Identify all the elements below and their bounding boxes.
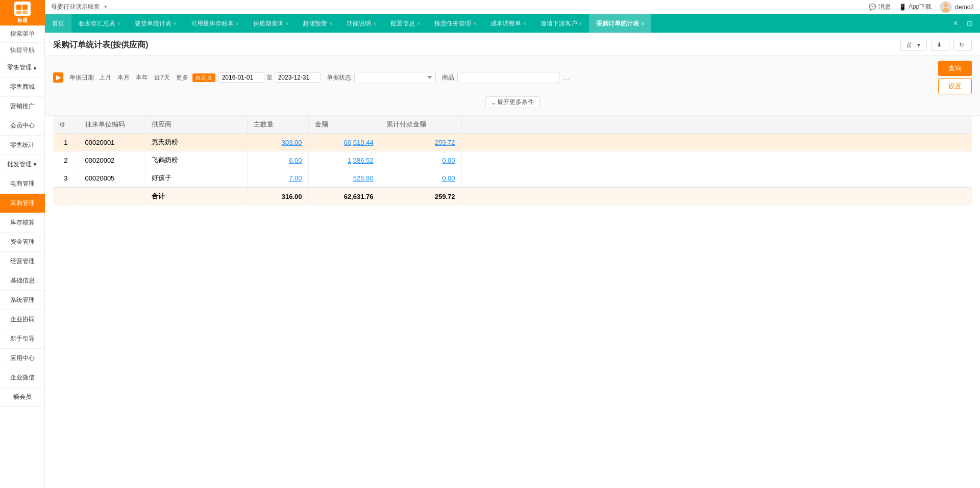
sidebar-item-wholesale[interactable]: 批发管理▼ bbox=[0, 155, 45, 174]
row-extra bbox=[461, 134, 972, 151]
nav-tab-function[interactable]: 功能说明 × bbox=[339, 14, 383, 33]
date-start-input[interactable] bbox=[218, 72, 264, 83]
sidebar-item-business[interactable]: 经营管理 bbox=[0, 252, 45, 271]
qty-link2[interactable]: 6.00 bbox=[289, 157, 302, 164]
settings-btn[interactable]: 设置 bbox=[938, 78, 972, 94]
export-icon: ⬇ bbox=[937, 41, 942, 48]
data-table: ⚙ 往来单位编码 供应商 主数量 金额 累计付款金额 1 00020001 bbox=[53, 116, 972, 206]
topbar: 母婴行业演示账套 ▼ 💬 消息 📱 App下载 demo2 bbox=[45, 0, 980, 14]
sidebar-item-basic[interactable]: 基础信息 bbox=[0, 271, 45, 291]
message-btn[interactable]: 💬 消息 bbox=[869, 3, 891, 11]
sidebar-item-retail-stats[interactable]: 零售统计 bbox=[0, 136, 45, 155]
query-settings: 查询 设置 bbox=[938, 61, 972, 94]
workspace-dropdown-icon[interactable]: ▼ bbox=[103, 4, 108, 10]
table-row[interactable]: 2 00020002 飞鹤奶粉 6.00 1,586.52 0.00 bbox=[53, 151, 972, 169]
sidebar-item-retail-mgmt[interactable]: 零售管理▲ bbox=[0, 58, 45, 78]
shortcut-7days[interactable]: 近7天 bbox=[152, 72, 172, 83]
qty-link[interactable]: 303.00 bbox=[282, 139, 302, 146]
sidebar-item-purchase[interactable]: 采购管理 bbox=[0, 194, 45, 213]
sidebar-item-marketing[interactable]: 营销推广 bbox=[0, 97, 45, 116]
nav-tab-receive-summary[interactable]: 收发存汇总表 × bbox=[71, 14, 128, 33]
refresh-btn[interactable]: ↻ bbox=[953, 39, 972, 51]
close-purchase-summary-icon[interactable]: × bbox=[641, 21, 644, 27]
expand-more-btn[interactable]: ⌄ 展开更多条件 bbox=[485, 96, 540, 108]
sidebar-item-enterprise[interactable]: 企业协同 bbox=[0, 310, 45, 329]
row-supplier: 惠氏奶粉 bbox=[145, 134, 247, 151]
qty-link3[interactable]: 7.00 bbox=[289, 174, 302, 182]
col-paid-header: 累计付款金额 bbox=[380, 116, 461, 134]
nav-tab-picking[interactable]: 拣货任务管理 × bbox=[427, 14, 483, 33]
sidebar-item-ecommerce[interactable]: 电商管理 bbox=[0, 174, 45, 194]
print-dropdown-icon[interactable]: ▼ bbox=[916, 42, 921, 48]
close-usable-inventory-icon[interactable]: × bbox=[236, 21, 239, 27]
nav-tab-config[interactable]: 配置信息 × bbox=[383, 14, 427, 33]
nav-tab-home[interactable]: 首页 bbox=[45, 14, 71, 33]
close-function-icon[interactable]: × bbox=[373, 21, 376, 27]
col-settings-header: ⚙ bbox=[53, 116, 79, 134]
workspace-selector[interactable]: 母婴行业演示账套 ▼ bbox=[51, 3, 108, 11]
paid-link2[interactable]: 0.00 bbox=[442, 157, 455, 164]
close-cost-icon[interactable]: × bbox=[523, 21, 526, 27]
paid-link3[interactable]: 0.00 bbox=[442, 174, 455, 182]
table-header: ⚙ 往来单位编码 供应商 主数量 金额 累计付款金额 bbox=[53, 116, 972, 134]
nav-tab-purchase-summary[interactable]: 采购订单统计表 × bbox=[589, 14, 651, 33]
expand-more-icon: ⌄ bbox=[491, 99, 496, 106]
date-shortcuts: 上月 本月 本年 近7天 更多 自定义 bbox=[97, 72, 215, 83]
table-row[interactable]: 3 00020005 好孩子 7.00 525.80 0.00 bbox=[53, 169, 972, 188]
sidebar-item-member[interactable]: 会员中心 bbox=[0, 116, 45, 136]
shortcut-last-month[interactable]: 上月 bbox=[97, 72, 113, 83]
sidebar-item-inventory[interactable]: 库存核算 bbox=[0, 213, 45, 233]
col-supplier-header: 供应商 bbox=[145, 116, 247, 134]
svg-point-5 bbox=[942, 8, 949, 12]
shortcut-this-year[interactable]: 本年 bbox=[134, 72, 150, 83]
col-extra-header bbox=[461, 116, 972, 134]
nav-tab-overstock[interactable]: 超储预警 × bbox=[296, 14, 339, 33]
goods-more-icon[interactable]: … bbox=[562, 73, 570, 82]
sidebar-shortcut[interactable]: 快捷导航 bbox=[0, 43, 45, 58]
message-label: 消息 bbox=[878, 3, 891, 11]
sidebar-item-system[interactable]: 系统管理 bbox=[0, 291, 45, 310]
nav-tab-expiry[interactable]: 保质期查询 × bbox=[246, 14, 296, 33]
date-end-input[interactable] bbox=[275, 72, 321, 83]
sidebar-item-retail-mall[interactable]: 零售商城 bbox=[0, 78, 45, 97]
shortcut-more[interactable]: 更多 bbox=[174, 72, 190, 83]
sidebar-item-enterprisewx[interactable]: 企业微信 bbox=[0, 368, 45, 388]
nav-tab-cost[interactable]: 成本调整单 × bbox=[483, 14, 533, 33]
table-row[interactable]: 1 00020001 惠氏奶粉 303.00 60,519.44 259.72 bbox=[53, 134, 972, 151]
close-order-summary-icon[interactable]: × bbox=[174, 21, 177, 27]
nav-tab-order-summary[interactable]: 要货单统计表 × bbox=[128, 14, 184, 33]
user-menu[interactable]: demo2 bbox=[940, 1, 974, 13]
amount-link3[interactable]: 525.80 bbox=[353, 174, 374, 182]
username: demo2 bbox=[955, 4, 974, 11]
export-btn[interactable]: ⬇ bbox=[931, 39, 949, 51]
goods-input[interactable] bbox=[457, 72, 559, 83]
close-expiry-icon[interactable]: × bbox=[286, 21, 289, 27]
sidebar-item-vip[interactable]: 畅会员 bbox=[0, 388, 45, 407]
shortcut-this-month[interactable]: 本月 bbox=[115, 72, 132, 83]
sidebar-item-appcenter[interactable]: 应用中心 bbox=[0, 349, 45, 368]
nav-tab-usable-inventory[interactable]: 可用量库存账本 × bbox=[184, 14, 246, 33]
close-picking-icon[interactable]: × bbox=[473, 21, 476, 27]
expand-filter-btn[interactable]: ▶ bbox=[53, 72, 63, 83]
close-overstock-icon[interactable]: × bbox=[329, 21, 332, 27]
close-tab-btn[interactable]: × bbox=[949, 17, 962, 30]
paid-link[interactable]: 259.72 bbox=[435, 139, 455, 146]
app-label: 标题 bbox=[17, 17, 28, 24]
query-btn[interactable]: 查询 bbox=[938, 61, 972, 76]
sidebar-search[interactable]: 搜索菜单 bbox=[0, 25, 45, 43]
print-btn[interactable]: 🖨 ▼ bbox=[900, 39, 927, 51]
nav-tab-invite[interactable]: 邀请下游客户 × bbox=[533, 14, 590, 33]
close-receive-summary-icon[interactable]: × bbox=[117, 21, 120, 27]
close-config-icon[interactable]: × bbox=[417, 21, 420, 27]
amount-link2[interactable]: 1,586.52 bbox=[348, 157, 374, 164]
col-settings-icon[interactable]: ⚙ bbox=[59, 121, 65, 129]
amount-link[interactable]: 60,519.44 bbox=[344, 139, 374, 146]
close-invite-icon[interactable]: × bbox=[579, 21, 582, 27]
custom-date-badge[interactable]: 自定义 bbox=[192, 73, 215, 82]
sidebar-item-newguide[interactable]: 新手引导 bbox=[0, 329, 45, 349]
filter-bar: ▶ 单据日期 上月 本月 本年 近7天 更多 自定义 至 bbox=[45, 56, 980, 116]
status-select[interactable] bbox=[354, 72, 436, 83]
app-download-btn[interactable]: 📱 App下载 bbox=[899, 3, 932, 11]
window-btn[interactable]: ⊡ bbox=[964, 17, 976, 30]
sidebar-item-finance[interactable]: 资金管理 bbox=[0, 233, 45, 252]
